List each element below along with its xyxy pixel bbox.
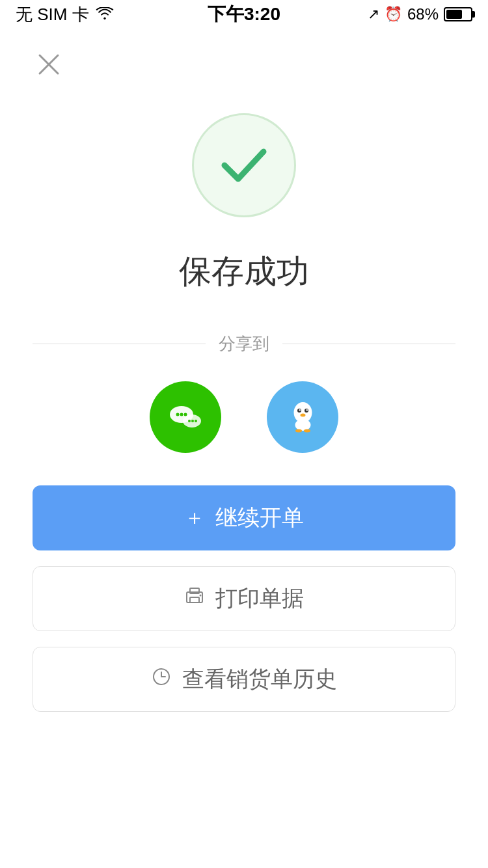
svg-point-8 [191, 420, 194, 422]
success-title: 保存成功 [179, 250, 309, 293]
battery-fill [446, 10, 462, 19]
wechat-icon [165, 396, 207, 439]
share-wechat-button[interactable] [150, 381, 221, 453]
main-content: 保存成功 分享到 [0, 29, 488, 868]
status-bar: 无 SIM 卡 下午3:20 ↗ ⏰ 68% [0, 0, 488, 29]
carrier-text: 无 SIM 卡 [16, 3, 89, 26]
svg-point-13 [299, 409, 300, 411]
battery-percent: 68% [407, 5, 439, 23]
svg-point-16 [295, 419, 310, 431]
status-right: ↗ ⏰ 68% [368, 5, 472, 23]
alarm-icon: ⏰ [385, 6, 402, 23]
svg-point-5 [180, 413, 183, 416]
svg-point-14 [306, 409, 307, 411]
history-icon [151, 666, 172, 692]
history-label: 查看销货单历史 [182, 664, 337, 694]
wifi-icon [96, 5, 114, 25]
status-left: 无 SIM 卡 [16, 3, 114, 26]
print-label: 打印单据 [215, 584, 304, 614]
continue-label: 继续开单 [215, 503, 304, 533]
continue-button[interactable]: ＋ 继续开单 [33, 485, 455, 550]
close-icon [37, 53, 61, 76]
svg-point-4 [176, 413, 179, 416]
svg-point-18 [304, 429, 310, 432]
svg-point-9 [195, 420, 197, 422]
divider-left [33, 344, 206, 344]
battery-icon [444, 7, 472, 21]
svg-point-17 [295, 429, 302, 432]
checkmark-icon [215, 136, 273, 195]
close-button[interactable] [33, 48, 65, 81]
svg-rect-21 [190, 597, 199, 603]
svg-point-15 [300, 413, 305, 416]
history-button[interactable]: 查看销货单历史 [33, 647, 455, 712]
share-section: 分享到 [33, 332, 455, 453]
share-icons-row [150, 381, 338, 453]
qq-icon [282, 396, 324, 439]
print-button[interactable]: 打印单据 [33, 566, 455, 631]
location-icon: ↗ [368, 6, 379, 23]
status-time: 下午3:20 [208, 2, 280, 27]
continue-icon: ＋ [184, 504, 205, 532]
svg-point-22 [200, 595, 202, 597]
share-qq-button[interactable] [267, 381, 338, 453]
close-button-row [33, 29, 455, 113]
divider-right [282, 344, 455, 344]
svg-point-7 [188, 420, 191, 422]
success-circle [192, 113, 296, 217]
print-icon [184, 586, 205, 612]
svg-point-6 [183, 413, 187, 416]
actions-section: ＋ 继续开单 打印单据 [33, 485, 455, 712]
divider-row: 分享到 [33, 332, 455, 355]
share-label: 分享到 [219, 332, 269, 355]
